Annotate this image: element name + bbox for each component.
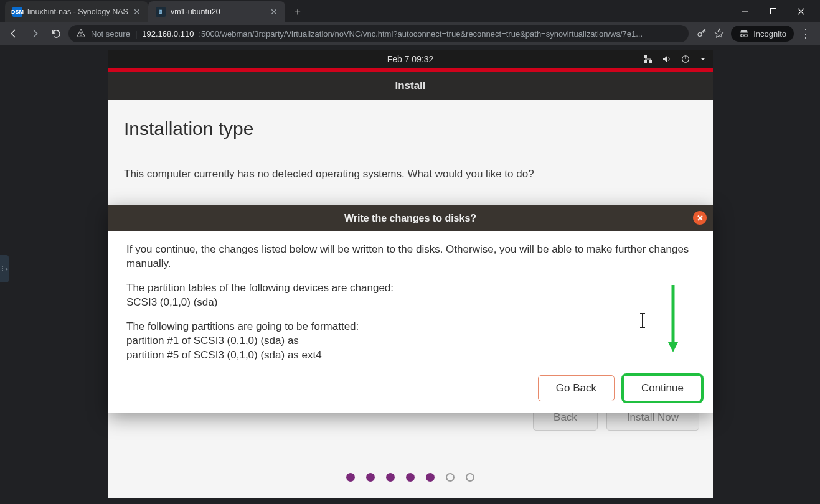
url-host: 192.168.0.110 <box>142 29 194 39</box>
forward-button[interactable] <box>26 25 44 42</box>
tab-close-button[interactable]: ✕ <box>270 7 278 17</box>
window-minimize-button[interactable] <box>731 2 759 21</box>
not-secure-label: Not secure <box>91 29 130 39</box>
volume-icon[interactable] <box>662 54 672 64</box>
installer-page: Installation type This computer currentl… <box>108 100 713 180</box>
format-heading: The following partitions are going to be… <box>126 320 359 332</box>
browser-toolbar: Not secure | 192.168.0.110:5000/webman/3… <box>0 22 820 45</box>
chevron-down-icon[interactable] <box>699 55 707 63</box>
browser-tabstrip: DSM linuxhint-nas - Synology NAS ✕ 🖥 vm1… <box>0 0 820 22</box>
tab-title: vm1-ubuntu20 <box>171 7 220 16</box>
svg-rect-11 <box>649 60 652 63</box>
bookmark-star-icon[interactable] <box>714 28 725 39</box>
page-question: This computer currently has no detected … <box>124 168 697 180</box>
dialog-body: If you continue, the changes listed belo… <box>108 231 713 375</box>
tab-favicon: DSM <box>12 7 22 17</box>
system-tray[interactable] <box>643 54 707 64</box>
new-tab-button[interactable]: ＋ <box>289 3 306 21</box>
svg-point-7 <box>741 34 744 37</box>
svg-rect-10 <box>644 55 647 58</box>
tab-close-button[interactable]: ✕ <box>133 7 141 17</box>
progress-dot <box>446 473 455 482</box>
clock: Feb 7 09:32 <box>387 54 434 64</box>
dialog-close-button[interactable]: ✕ <box>693 211 707 225</box>
tables-entry: SCSI3 (0,1,0) (sda) <box>126 296 217 308</box>
progress-dot <box>386 473 395 482</box>
svg-rect-1 <box>770 9 776 14</box>
key-icon[interactable] <box>696 28 707 39</box>
gnome-topbar: Feb 7 09:32 <box>108 50 713 68</box>
vm-display[interactable]: Feb 7 09:32 Install Installation type Th… <box>108 50 713 498</box>
format-entry: partition #5 of SCSI3 (0,1,0) (sda) as e… <box>126 349 322 361</box>
tab-favicon: 🖥 <box>156 7 166 17</box>
svg-point-5 <box>80 35 81 36</box>
not-secure-icon <box>76 29 86 39</box>
confirm-dialog: Write the changes to disks? ✕ If you con… <box>108 205 713 413</box>
text-cursor-icon <box>642 314 643 327</box>
back-button[interactable] <box>5 25 22 42</box>
window-maximize-button[interactable] <box>759 2 787 21</box>
tables-heading: The partition tables of the following de… <box>126 282 394 294</box>
incognito-icon <box>738 28 750 39</box>
browser-menu-button[interactable]: ⋮ <box>800 27 811 40</box>
svg-point-6 <box>698 33 702 37</box>
progress-dot <box>366 473 375 482</box>
progress-dot <box>466 473 474 482</box>
dialog-title: Write the changes to disks? <box>344 213 476 224</box>
novnc-panel-handle[interactable]: ⋮▸ <box>0 255 9 282</box>
incognito-indicator[interactable]: Incognito <box>731 26 794 42</box>
reload-button[interactable] <box>47 25 65 42</box>
tab-title: linuxhint-nas - Synology NAS <box>27 7 128 16</box>
browser-tab-active[interactable]: 🖥 vm1-ubuntu20 ✕ <box>148 1 285 22</box>
progress-dot <box>346 473 355 482</box>
dialog-titlebar: Write the changes to disks? ✕ <box>108 205 713 231</box>
installer-title: Install <box>395 80 425 92</box>
address-bar[interactable]: Not secure | 192.168.0.110:5000/webman/3… <box>68 25 689 42</box>
url-path: :5000/webman/3rdparty/Virtualization/noV… <box>199 29 643 39</box>
continue-button[interactable]: Continue <box>623 375 702 401</box>
go-back-button[interactable]: Go Back <box>538 375 615 401</box>
page-title: Installation type <box>124 118 697 139</box>
window-close-button[interactable] <box>787 2 815 21</box>
installer-titlebar: Install <box>108 72 713 100</box>
incognito-label: Incognito <box>753 29 786 39</box>
network-icon[interactable] <box>643 54 653 64</box>
progress-dots <box>108 473 713 482</box>
svg-rect-12 <box>644 60 647 63</box>
progress-dot <box>406 473 415 482</box>
format-entry: partition #1 of SCSI3 (0,1,0) (sda) as <box>126 335 299 347</box>
progress-dot <box>426 473 435 482</box>
browser-tab[interactable]: DSM linuxhint-nas - Synology NAS ✕ <box>5 1 148 22</box>
power-icon[interactable] <box>681 54 690 64</box>
svg-point-8 <box>745 34 748 37</box>
dialog-intro: If you continue, the changes listed belo… <box>126 243 694 271</box>
